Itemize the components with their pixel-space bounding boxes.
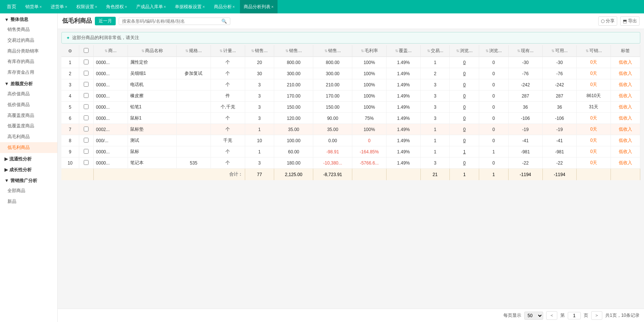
- nav-products[interactable]: 产成品入库单 ×: [132, 0, 170, 13]
- row-name: 吴细细1: [128, 68, 176, 79]
- sidebar-item-low-margin[interactable]: 低毛利商品: [0, 142, 57, 153]
- col-gross-margin[interactable]: ⇅毛利率: [352, 45, 387, 57]
- col-checkbox[interactable]: [79, 45, 93, 57]
- nav-permissions-close[interactable]: ×: [95, 4, 97, 9]
- row-views2: 0: [479, 68, 509, 79]
- row-views1[interactable]: 0: [450, 135, 479, 146]
- row-checkbox-cell[interactable]: [79, 124, 93, 135]
- nav-roles-close[interactable]: ×: [125, 4, 127, 9]
- col-name[interactable]: ⇅商品名称: [128, 45, 176, 57]
- next-page-button[interactable]: ＞: [591, 311, 602, 320]
- per-page-select[interactable]: 50 100 200: [524, 312, 543, 320]
- col-settings[interactable]: ⚙: [61, 45, 79, 57]
- nav-permissions[interactable]: 权限设置 ×: [73, 0, 101, 13]
- nav-roles[interactable]: 角色授权 ×: [102, 0, 131, 13]
- sidebar-group-margin-analysis[interactable]: ▼ 差额度分析: [0, 78, 57, 89]
- row-transactions: 2: [420, 68, 450, 79]
- sidebar-item-sales-products[interactable]: 销售类商品: [0, 24, 57, 35]
- nav-product-analysis-list-close[interactable]: ×: [271, 4, 273, 9]
- share-button[interactable]: ⬡ 分享: [598, 16, 617, 26]
- prev-page-button[interactable]: ＜: [546, 311, 557, 320]
- sidebar-item-inventory-capital[interactable]: 库存资金占用: [0, 67, 57, 78]
- col-code[interactable]: ⇅商...: [94, 45, 128, 57]
- sidebar-group-marketing[interactable]: ▼ 营销推广分析: [0, 175, 57, 185]
- row-checkbox-cell[interactable]: [79, 102, 93, 113]
- sidebar-item-new-products[interactable]: 新品: [0, 196, 57, 207]
- sidebar-item-low-coverage[interactable]: 低覆盖度商品: [0, 121, 57, 131]
- export-button[interactable]: ⬒ 导出: [620, 16, 640, 26]
- row-views1[interactable]: 0: [450, 124, 479, 135]
- nav-sales[interactable]: 销货单 ×: [22, 0, 45, 13]
- row-checkbox-cell[interactable]: [79, 79, 93, 90]
- nav-sales-close[interactable]: ×: [39, 4, 42, 9]
- row-checkbox[interactable]: [84, 82, 89, 87]
- row-checkbox[interactable]: [84, 60, 89, 64]
- sidebar-group-circulation[interactable]: ▶ 流通性分析: [0, 153, 57, 164]
- sidebar-item-category-sales-rate[interactable]: 商品分类助销率: [0, 46, 57, 57]
- page-number-input[interactable]: [568, 312, 581, 319]
- row-checkbox-cell[interactable]: [79, 68, 93, 79]
- row-checkbox[interactable]: [84, 71, 89, 76]
- row-views1[interactable]: 0: [450, 79, 479, 90]
- col-current-stock[interactable]: ⇅现有...: [508, 45, 542, 57]
- sidebar-item-high-margin[interactable]: 高毛利商品: [0, 131, 57, 142]
- sidebar-item-high-coverage[interactable]: 高覆盖度商品: [0, 110, 57, 121]
- nav-purchase[interactable]: 进货单 ×: [47, 0, 71, 13]
- col-unit[interactable]: ⇅计量...: [211, 45, 245, 57]
- nav-template[interactable]: 单据模板设置 ×: [171, 0, 208, 13]
- row-checkbox[interactable]: [84, 138, 89, 143]
- col-sales-amount[interactable]: ⇅销售...: [274, 45, 313, 57]
- row-views1[interactable]: 0: [450, 90, 479, 102]
- col-transactions[interactable]: ⇅交易...: [420, 45, 450, 57]
- nav-home[interactable]: 首页: [3, 0, 20, 13]
- row-checkbox-cell[interactable]: [79, 57, 93, 68]
- nav-product-analysis-close[interactable]: ×: [233, 4, 235, 9]
- sidebar-group-overall[interactable]: ▼ 整体信息: [0, 13, 57, 24]
- col-views2[interactable]: ⇅浏览...: [479, 45, 509, 57]
- row-views1[interactable]: 0: [450, 102, 479, 113]
- col-sellable-days[interactable]: ⇅可销...: [577, 45, 611, 57]
- time-filter-button[interactable]: 近一月: [95, 17, 116, 25]
- col-views1[interactable]: ⇅浏览...: [450, 45, 479, 57]
- col-coverage[interactable]: ⇅覆盖...: [386, 45, 420, 57]
- row-checkbox[interactable]: [84, 104, 89, 109]
- row-sales-amount: 300.00: [274, 68, 313, 79]
- col-tag[interactable]: 标签: [611, 45, 640, 57]
- search-icon[interactable]: 🔍: [221, 19, 227, 24]
- sidebar-item-in-stock-products[interactable]: 有库存的商品: [0, 56, 57, 67]
- sidebar-item-all-products[interactable]: 全部商品: [0, 185, 57, 196]
- row-checkbox[interactable]: [84, 115, 89, 120]
- col-spec[interactable]: ⇅规格...: [176, 45, 211, 57]
- row-checkbox-cell[interactable]: [79, 135, 93, 146]
- sidebar-item-low-value[interactable]: 低价值商品: [0, 99, 57, 110]
- row-views1[interactable]: 0: [450, 68, 479, 79]
- row-checkbox-cell[interactable]: [79, 90, 93, 102]
- nav-product-analysis[interactable]: 商品分析 ×: [210, 0, 238, 13]
- row-checkbox[interactable]: [84, 160, 89, 165]
- row-num: 2: [61, 68, 79, 79]
- row-checkbox[interactable]: [84, 149, 89, 154]
- row-views1[interactable]: 0: [450, 113, 479, 124]
- row-tag: 低收入: [611, 124, 640, 135]
- nav-product-analysis-list[interactable]: 商品分析列表 ×: [240, 0, 277, 13]
- sidebar-item-high-value[interactable]: 高价值商品: [0, 89, 57, 99]
- search-input[interactable]: [122, 19, 221, 24]
- row-checkbox[interactable]: [84, 127, 89, 131]
- row-views1[interactable]: 0: [450, 57, 479, 68]
- row-views1[interactable]: 0: [450, 157, 479, 169]
- col-sales-count[interactable]: ⇅销售...: [245, 45, 274, 57]
- nav-products-close[interactable]: ×: [164, 4, 166, 9]
- row-views1[interactable]: 1: [450, 146, 479, 157]
- col-sales-profit[interactable]: ⇅销售...: [313, 45, 352, 57]
- row-checkbox-cell[interactable]: [79, 113, 93, 124]
- select-all-checkbox[interactable]: [84, 48, 89, 53]
- row-checkbox-cell[interactable]: [79, 157, 93, 169]
- nav-purchase-close[interactable]: ×: [65, 4, 67, 9]
- row-checkbox-cell[interactable]: [79, 146, 93, 157]
- sidebar-group-growth[interactable]: ▶ 成长性分析: [0, 164, 57, 175]
- col-available-stock[interactable]: ⇅可用...: [542, 45, 577, 57]
- sidebar-item-traded-products[interactable]: 交易过的商品: [0, 35, 57, 46]
- row-coverage: 1.49%: [386, 90, 420, 102]
- nav-template-close[interactable]: ×: [202, 4, 205, 9]
- row-checkbox[interactable]: [84, 93, 89, 98]
